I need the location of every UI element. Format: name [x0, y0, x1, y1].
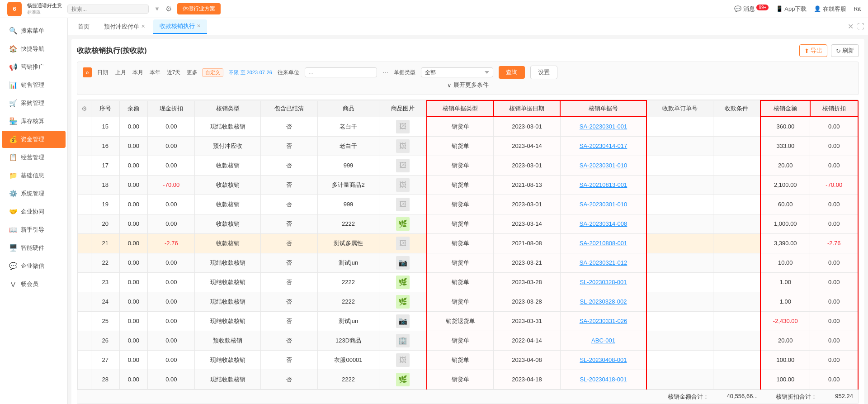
product-image: 🖼: [396, 120, 410, 133]
app-download-link[interactable]: 📱 App下载: [776, 5, 807, 13]
th-verify-date: 核销单据日期: [494, 100, 561, 117]
verify-no-link[interactable]: SL-20230408-001: [580, 356, 627, 363]
sidebar-item-marketing[interactable]: 📢 营销推广: [2, 58, 66, 76]
tab-maximize-btn[interactable]: ⛶: [857, 22, 864, 31]
sidebar-item-search[interactable]: 🔍 搜索菜单: [2, 22, 66, 39]
refresh-button[interactable]: ↻ 刷新: [831, 44, 859, 57]
date-this-year-btn[interactable]: 本年: [148, 68, 162, 77]
messages-badge: 99+: [756, 5, 769, 10]
sidebar-label-marketing: 营销推广: [21, 63, 44, 71]
sidebar-item-finance[interactable]: 💰 资金管理: [2, 131, 66, 148]
export-label: 导出: [811, 47, 822, 55]
sidebar-label-system: 系统管理: [21, 190, 44, 198]
date-7days-btn[interactable]: 近7天: [165, 68, 183, 77]
table-row: 190.000.00收款核销否999🖼销货单2023-03-01SA-20230…: [78, 195, 859, 214]
filter-expand-left-btn[interactable]: »: [83, 67, 92, 77]
date-custom-btn[interactable]: 自定义: [202, 68, 223, 77]
tab-home[interactable]: 首页: [71, 20, 96, 33]
verify-no-link[interactable]: SA-20230414-017: [580, 143, 627, 149]
sidebar-label-operations: 经营管理: [21, 153, 44, 162]
query-button[interactable]: 查询: [499, 66, 525, 79]
date-more-btn[interactable]: 更多: [185, 68, 199, 77]
th-product: 商品: [317, 100, 379, 117]
table-row: 280.000.00现结收款核销否2222🌿销货单2023-04-18SL-20…: [78, 370, 859, 389]
th-verify-type: 核销类型: [195, 100, 261, 117]
tab-collection[interactable]: 收款核销执行 ✕: [153, 19, 207, 34]
app-logo-icon: 6: [7, 2, 22, 16]
sidebar-item-basic[interactable]: 📁 基础信息: [2, 167, 66, 184]
sidebar-item-operations[interactable]: 📋 经营管理: [2, 149, 66, 166]
th-settings: ⚙: [78, 100, 91, 117]
refresh-icon: ↻: [836, 48, 841, 54]
date-filter-label: 日期: [97, 69, 108, 76]
table-row: 240.000.00现结收款核销否2222🌿销货单2023-03-28SL-20…: [78, 292, 859, 311]
verify-no-link[interactable]: SA-20230301-010: [580, 162, 627, 169]
online-service-link[interactable]: 👤 在线客服: [814, 5, 846, 13]
sidebar-label-hardware: 智能硬件: [21, 244, 44, 252]
sidebar: 🔍 搜索菜单 🏠 快捷导航 📢 营销推广 📊 销售管理 🛒 采购管理 🏪 库存核…: [0, 18, 68, 404]
industry-solution-button[interactable]: 休假行业方案: [177, 3, 221, 14]
messages-area[interactable]: 💬 消息 99+: [734, 5, 769, 13]
enterprise-icon: 🤝: [9, 208, 17, 216]
filter-row-main: » 日期 上月 本月 本年 近7天 更多 自定义 不限 至 2023-07-26: [83, 66, 853, 79]
sidebar-item-wechat[interactable]: 💬 企业微信: [2, 257, 66, 275]
date-this-month-btn[interactable]: 本月: [131, 68, 145, 77]
tab-collection-close[interactable]: ✕: [197, 23, 201, 29]
product-image: 🌿: [396, 276, 410, 289]
sidebar-item-enterprise[interactable]: 🤝 企业协同: [2, 203, 66, 220]
system-icon: ⚙️: [9, 190, 17, 198]
voucher-type-select[interactable]: 全部 销货单 销货退货单: [421, 67, 493, 77]
verify-no-link[interactable]: SA-20230301-001: [580, 123, 627, 130]
footer-amount-label: 核销金额合计：: [668, 393, 709, 401]
member-icon: V: [9, 280, 17, 288]
tab-prepay[interactable]: 预付冲应付单 ✕: [98, 20, 151, 33]
verify-no-link[interactable]: SA-20210813-001: [580, 181, 627, 188]
topbar-search-input[interactable]: [67, 5, 149, 14]
expand-more-bar[interactable]: ∨ 展开更多条件: [83, 81, 853, 89]
th-cash-discount: 现金折扣: [148, 100, 195, 117]
verify-no-link[interactable]: SL-20230328-001: [580, 279, 627, 285]
product-image: 🖼: [396, 159, 410, 172]
verify-no-link[interactable]: SA-20230314-008: [580, 220, 627, 227]
table-row: 160.000.00预付冲应收否老白干🖼销货单2023-04-14SA-2023…: [78, 136, 859, 156]
expand-chevron-icon: ∨: [447, 82, 452, 89]
tab-prepay-close[interactable]: ✕: [141, 24, 145, 29]
wechat-icon: 💬: [9, 262, 17, 270]
export-button[interactable]: ⬆ 导出: [799, 44, 827, 57]
sidebar-item-guide[interactable]: 📖 新手引导: [2, 221, 66, 238]
verify-no-link[interactable]: ABC-001: [591, 337, 615, 344]
tabbar: 首页 预付冲应付单 ✕ 收款核销执行 ✕ ✕ ⛶: [68, 18, 868, 35]
partner-more-icon[interactable]: ···: [382, 68, 388, 76]
setting-button[interactable]: 设置: [530, 66, 557, 79]
sidebar-item-purchase[interactable]: 🛒 采购管理: [2, 95, 66, 112]
sidebar-label-guide: 新手引导: [21, 226, 44, 234]
topbar-dropdown-icon[interactable]: ▼: [154, 5, 160, 12]
sidebar-label-member: 畅会员: [21, 280, 38, 288]
th-balance: 余额: [119, 100, 148, 117]
topbar-settings-icon[interactable]: ⚙: [165, 5, 172, 13]
verify-no-link[interactable]: SA-20230301-010: [580, 201, 627, 208]
table-settings-gear-btn[interactable]: ⚙: [81, 105, 87, 112]
sidebar-item-system[interactable]: ⚙️ 系统管理: [2, 185, 66, 202]
sidebar-item-hardware[interactable]: 🖥️ 智能硬件: [2, 239, 66, 257]
date-last-month-btn[interactable]: 上月: [113, 68, 128, 77]
sidebar-item-quicknav[interactable]: 🏠 快捷导航: [2, 40, 66, 57]
refresh-label: 刷新: [842, 47, 854, 55]
verify-no-link[interactable]: SA-20230331-026: [580, 318, 627, 324]
tab-close-window-btn[interactable]: ✕: [848, 22, 854, 31]
product-image: 📷: [396, 256, 410, 270]
tab-prepay-label: 预付冲应付单: [104, 23, 139, 31]
sidebar-item-sales[interactable]: 📊 销售管理: [2, 76, 66, 94]
partner-filter-input[interactable]: [305, 67, 377, 77]
sidebar-item-inventory[interactable]: 🏪 库存核算: [2, 113, 66, 130]
verify-no-link[interactable]: SA-20210808-001: [580, 240, 627, 247]
verify-no-link[interactable]: SA-20230321-012: [580, 259, 627, 266]
th-collection-order: 收款单订单号: [646, 100, 713, 117]
th-product-img: 商品图片: [379, 100, 427, 117]
sidebar-item-member[interactable]: V 畅会员: [2, 276, 66, 293]
table-row: 260.000.00预收款核销否123D商品🏢销货单2022-04-14ABC-…: [78, 331, 859, 350]
sales-icon: 📊: [9, 81, 17, 89]
verify-no-link[interactable]: SL-20230328-002: [580, 298, 627, 305]
table-header-row: ⚙ 序号 余额 现金折扣 核销类型 包含已结清 商品 商品图片 核销单据类型: [78, 100, 859, 117]
verify-no-link[interactable]: SL-20230418-001: [580, 376, 627, 383]
